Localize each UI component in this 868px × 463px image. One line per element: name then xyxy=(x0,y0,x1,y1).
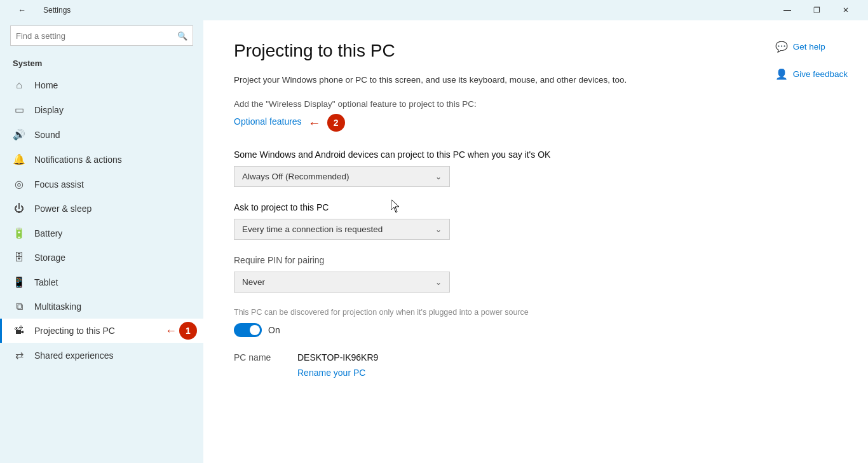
display-icon: ▭ xyxy=(13,104,25,116)
sidebar-item-tablet[interactable]: 📱 Tablet xyxy=(0,270,203,294)
multitasking-icon: ⧉ xyxy=(13,301,25,312)
power-source-note: This PC can be discovered for projection… xyxy=(234,308,564,317)
rename-link[interactable]: Rename your PC xyxy=(297,368,837,378)
sidebar-item-label: Shared experiences xyxy=(34,350,114,361)
search-box[interactable]: 🔍 xyxy=(10,25,193,46)
sidebar-item-label: Storage xyxy=(34,252,65,263)
battery-icon: 🔋 xyxy=(13,227,25,239)
sidebar-item-label: Home xyxy=(34,80,58,90)
chevron-down-icon-2: ⌄ xyxy=(435,225,442,234)
windows-android-note: Some Windows and Android devices can pro… xyxy=(234,149,837,160)
sidebar: 🔍 System ⌂ Home ▭ Display 🔊 Sound 🔔 Noti… xyxy=(0,20,203,463)
give-feedback-icon: 👤 xyxy=(775,68,788,80)
chevron-down-icon: ⌄ xyxy=(435,172,442,181)
notifications-icon: 🔔 xyxy=(13,153,25,165)
optional-features-row: Optional features ← 2 xyxy=(234,114,345,132)
toggle-knob xyxy=(250,325,260,335)
search-input[interactable] xyxy=(16,31,177,41)
title-bar-left: ← Settings xyxy=(8,0,71,20)
window-controls: — ❐ ✕ xyxy=(773,0,860,20)
sidebar-item-multitasking[interactable]: ⧉ Multitasking xyxy=(0,294,203,319)
sidebar-item-label: Power & sleep xyxy=(34,204,92,214)
close-button[interactable]: ✕ xyxy=(831,0,860,20)
sidebar-item-label: Notifications & actions xyxy=(34,155,122,165)
never-value: Never xyxy=(242,277,265,287)
storage-icon: 🗄 xyxy=(13,252,25,263)
get-help-item[interactable]: 💬 Get help xyxy=(775,41,848,53)
power-toggle[interactable] xyxy=(234,323,262,337)
pc-name-label: PC name xyxy=(234,352,285,363)
annotation-badge-1: 1 xyxy=(179,322,197,340)
projecting-icon: 📽 xyxy=(13,325,25,336)
sidebar-item-label: Tablet xyxy=(34,277,58,287)
sidebar-item-storage[interactable]: 🗄 Storage xyxy=(0,245,203,270)
search-icon: 🔍 xyxy=(177,31,187,41)
app-title: Settings xyxy=(43,6,71,15)
give-feedback-label: Give feedback xyxy=(793,69,848,79)
pc-name-row: PC name DESKTOP-IK96KR9 xyxy=(234,352,837,363)
ask-project-section: Ask to project to this PC Every time a c… xyxy=(234,202,837,240)
description-text: Project your Windows phone or PC to this… xyxy=(234,74,666,86)
give-feedback-item[interactable]: 👤 Give feedback xyxy=(775,68,848,80)
get-help-label: Get help xyxy=(793,42,825,52)
wireless-display-note: Add the "Wireless Display" optional feat… xyxy=(234,99,666,109)
sidebar-item-label: Multitasking xyxy=(34,301,81,312)
minimize-button[interactable]: — xyxy=(773,0,802,20)
tablet-icon: 📱 xyxy=(13,276,25,288)
require-pin-section: Require PIN for pairing Never ⌄ xyxy=(234,255,837,293)
always-off-section: Some Windows and Android devices can pro… xyxy=(234,149,837,187)
right-help-panel: 💬 Get help 👤 Give feedback xyxy=(775,41,848,88)
back-button[interactable]: ← xyxy=(8,0,37,20)
system-section-label: System xyxy=(0,53,203,73)
pin-dropdown[interactable]: Never ⌄ xyxy=(234,272,450,293)
sidebar-item-display[interactable]: ▭ Display xyxy=(0,97,203,122)
power-toggle-row: On xyxy=(234,323,837,337)
sidebar-item-projecting[interactable]: 📽 Projecting to this PC ← 1 xyxy=(0,319,203,343)
home-icon: ⌂ xyxy=(13,79,25,91)
arrow-left-1-icon: ← xyxy=(165,324,177,338)
sidebar-item-power[interactable]: ⏻ Power & sleep xyxy=(0,197,203,221)
sidebar-item-label: Projecting to this PC xyxy=(34,326,115,336)
sidebar-item-notifications[interactable]: 🔔 Notifications & actions xyxy=(0,147,203,172)
chevron-down-icon-3: ⌄ xyxy=(435,278,442,287)
sidebar-item-label: Battery xyxy=(34,228,62,238)
restore-button[interactable]: ❐ xyxy=(802,0,831,20)
always-off-dropdown[interactable]: Always Off (Recommended) ⌄ xyxy=(234,166,450,187)
every-time-value: Every time a connection is requested xyxy=(242,225,383,234)
annotation-badge-2: 2 xyxy=(327,114,345,132)
sidebar-item-battery[interactable]: 🔋 Battery xyxy=(0,221,203,245)
get-help-icon: 💬 xyxy=(775,41,788,53)
sidebar-item-label: Display xyxy=(34,105,64,115)
sidebar-item-home[interactable]: ⌂ Home xyxy=(0,73,203,97)
main-content: Projecting to this PC Project your Windo… xyxy=(203,20,868,463)
sidebar-item-label: Focus assist xyxy=(34,179,84,190)
sidebar-item-shared[interactable]: ⇄ Shared experiences xyxy=(0,343,203,368)
pc-name-value: DESKTOP-IK96KR9 xyxy=(297,352,378,363)
ask-project-label: Ask to project to this PC xyxy=(234,202,837,212)
page-title: Projecting to this PC xyxy=(234,41,837,61)
toggle-on-label: On xyxy=(268,325,280,335)
app-container: 🔍 System ⌂ Home ▭ Display 🔊 Sound 🔔 Noti… xyxy=(0,20,868,463)
title-bar: ← Settings — ❐ ✕ xyxy=(0,0,868,20)
arrow-left-2-icon: ← xyxy=(308,116,321,130)
focus-icon: ◎ xyxy=(13,178,25,190)
optional-features-link[interactable]: Optional features xyxy=(234,116,302,127)
sidebar-item-focus[interactable]: ◎ Focus assist xyxy=(0,172,203,197)
sidebar-item-sound[interactable]: 🔊 Sound xyxy=(0,122,203,147)
power-icon: ⏻ xyxy=(13,203,25,214)
sidebar-item-label: Sound xyxy=(34,130,60,140)
always-off-value: Always Off (Recommended) xyxy=(242,172,349,181)
require-pin-label: Require PIN for pairing xyxy=(234,255,837,265)
ask-project-dropdown[interactable]: Every time a connection is requested ⌄ xyxy=(234,219,450,240)
shared-icon: ⇄ xyxy=(13,349,25,361)
sound-icon: 🔊 xyxy=(13,128,25,141)
